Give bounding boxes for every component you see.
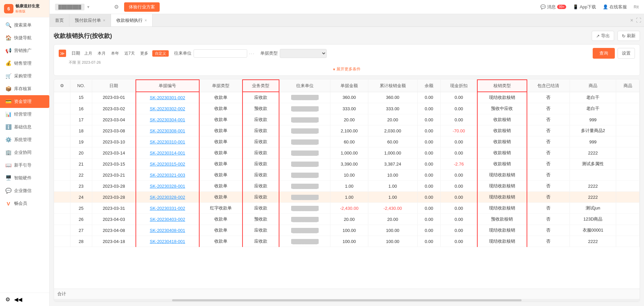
table-footer: 合计 [54, 289, 640, 299]
voucher-no-link[interactable]: SK-20230328-002 [150, 195, 185, 200]
voucher-type-select[interactable] [280, 49, 327, 58]
cell-voucher-no[interactable]: SK-20230328-001 [136, 181, 199, 192]
date-7days[interactable]: 近7天 [122, 50, 137, 57]
sidebar-item-enterprise[interactable]: 🏢 企业协同 [0, 146, 49, 159]
cell-balance: 0.00 [417, 181, 441, 192]
scrollbar-thumb[interactable] [172, 299, 522, 301]
voucher-no-link[interactable]: SK-20230418-001 [150, 239, 185, 244]
cell-cancel-amount: 1.00 [368, 181, 417, 192]
cell-voucher-no[interactable]: SK-20230321-003 [136, 170, 199, 181]
cell-voucher-no[interactable]: SK-20230302-002 [136, 103, 199, 114]
sidebar-item-finance[interactable]: 💳 资金管理 [0, 95, 49, 108]
voucher-no-link[interactable]: SK-20230321-003 [150, 173, 185, 178]
cell-voucher-no[interactable]: SK-20230304-001 [136, 114, 199, 125]
table-row: 21 2023-03-15 SK-20230315-002 收款单 应收款 ██… [54, 159, 640, 170]
settings-icon[interactable]: ⚙ [5, 296, 10, 303]
settings-gear-icon[interactable]: ⚙ [114, 4, 119, 10]
voucher-no-link[interactable]: SK-20230310-001 [150, 139, 185, 144]
cell-include-settled: 否 [527, 225, 570, 236]
refresh-button[interactable]: ↻ 刷新 [618, 31, 640, 41]
partner-input[interactable] [194, 49, 247, 58]
sidebar-item-system[interactable]: ⚙️ 系统管理 [0, 133, 49, 146]
cell-voucher-no[interactable]: SK-20230408-001 [136, 225, 199, 236]
voucher-no-link[interactable]: SK-20230304-001 [150, 117, 185, 122]
voucher-no-link[interactable]: SK-20230302-002 [150, 106, 185, 111]
cell-partner: ████████ [279, 147, 330, 159]
cell-voucher-no[interactable]: SK-20230331-002 [136, 203, 199, 214]
tab-prepay-close-icon[interactable]: × [103, 18, 105, 23]
date-more[interactable]: 更多 [138, 50, 150, 57]
sidebar-item-basic[interactable]: ℹ️ 基础信息 [0, 121, 49, 133]
online-service-label: 在线客服 [609, 4, 627, 10]
collapse-icon[interactable]: ◀◀ [14, 296, 22, 303]
date-prev-month[interactable]: 上月 [82, 50, 94, 57]
voucher-no-link[interactable]: SK-20230328-001 [150, 184, 185, 189]
sidebar-item-marketing[interactable]: 📢 营销推广 [0, 44, 49, 57]
export-button[interactable]: ↗ 导出 [592, 31, 614, 41]
tab-collect-cancel[interactable]: 收款核销执行 × [111, 14, 153, 26]
online-service-button[interactable]: 👤 在线客服 [603, 4, 627, 10]
voucher-no-link[interactable]: SK-20230301-002 [150, 95, 185, 100]
voucher-no-link[interactable]: SK-20230314-001 [150, 150, 185, 156]
cell-cancel-type: 预收款核销 [477, 214, 527, 225]
date-this-month[interactable]: 本月 [96, 50, 108, 57]
page-header: 收款核销执行(按收款) ↗ 导出 ↻ 刷新 [54, 31, 640, 41]
app-download-button[interactable]: 📱 App下载 [573, 4, 596, 10]
cell-voucher-no[interactable]: SK-20230314-001 [136, 147, 199, 159]
app-download-label: App下载 [580, 4, 596, 10]
col-goods2: 商品 [616, 80, 640, 92]
cell-voucher-no[interactable]: SK-20230308-001 [136, 125, 199, 136]
voucher-no-link[interactable]: SK-20230408-001 [150, 228, 185, 233]
table-row: 24 2023-03-28 SK-20230328-002 收款单 应收款 ██… [54, 192, 640, 203]
sidebar-item-shortcut[interactable]: 🏠 快捷导航 [0, 32, 49, 44]
message-button[interactable]: 💬 消息 99+ [540, 4, 566, 10]
date-custom-button[interactable]: 自定义 [152, 50, 169, 57]
tab-expand-icon[interactable]: ⛶ [636, 17, 641, 23]
date-this-year[interactable]: 本年 [109, 50, 121, 57]
solution-button[interactable]: 体验行业方案 [124, 2, 160, 12]
table-container[interactable]: ⚙ NO. 日期 单据编号 单据类型 业务类型 往来单位 单据金额 累计核销金额… [54, 79, 640, 289]
cell-include-settled: 否 [527, 192, 570, 203]
voucher-no-link[interactable]: SK-20230315-002 [150, 162, 185, 167]
col-settings[interactable]: ⚙ [54, 80, 70, 92]
settings-button[interactable]: 设置 [618, 48, 635, 59]
cell-cash-discount: 0.00 [441, 170, 477, 181]
cell-voucher-no[interactable]: SK-20230301-002 [136, 92, 199, 103]
cell-voucher-no[interactable]: SK-20230315-002 [136, 159, 199, 170]
cell-voucher-no[interactable]: SK-20230418-001 [136, 236, 199, 247]
cell-cash-discount: -2.76 [441, 159, 477, 170]
expand-more-button[interactable]: ▾ 展开更多条件 [59, 66, 635, 72]
filter-toggle-btn[interactable]: ≫ [59, 50, 66, 57]
cell-partner: ████████ [279, 181, 330, 192]
sidebar-item-member[interactable]: V 畅会员 [0, 197, 49, 210]
sidebar-item-guide[interactable]: 📖 新手引导 [0, 159, 49, 172]
sidebar-item-hardware[interactable]: 🖥️ 智能硬件 [0, 172, 49, 184]
cell-goods2 [616, 170, 640, 181]
sidebar-label-finance: 资金管理 [14, 99, 32, 105]
tab-prepay-receivable[interactable]: 预付款应付单 × [69, 14, 111, 26]
brand-selector[interactable]: ████████ [55, 4, 85, 10]
sidebar-item-wechat[interactable]: 💬 企业微信 [0, 184, 49, 197]
cell-date: 2023-04-08 [92, 225, 136, 236]
sidebar-item-purchase[interactable]: 🛒 采购管理 [0, 70, 49, 82]
cell-voucher-no[interactable]: SK-20230403-002 [136, 214, 199, 225]
sidebar-item-sales[interactable]: 💰 销售管理 [0, 57, 49, 70]
sidebar-item-search[interactable]: 🔍 搜索菜单 [0, 19, 49, 32]
filter-bar: ≫ 日期 上月 本月 本年 近7天 更多 自定义 往来单位 ··· [54, 44, 640, 76]
voucher-no-link[interactable]: SK-20230331-002 [150, 206, 185, 211]
voucher-no-link[interactable]: SK-20230308-001 [150, 128, 185, 133]
voucher-no-link[interactable]: SK-20230403-002 [150, 217, 185, 222]
cell-voucher-no[interactable]: SK-20230310-001 [136, 136, 199, 147]
tab-home[interactable]: 首页 [50, 14, 69, 26]
cell-settings [54, 136, 70, 147]
cell-partner: ████████ [279, 103, 330, 114]
tab-close-all-icon[interactable]: × [630, 17, 633, 23]
cell-voucher-no[interactable]: SK-20230328-002 [136, 192, 199, 203]
query-button[interactable]: 查询 [593, 48, 615, 59]
horizontal-scrollbar[interactable] [54, 299, 640, 302]
tab-collect-close-icon[interactable]: × [145, 18, 147, 23]
sidebar-item-inventory[interactable]: 📦 库存核算 [0, 82, 49, 95]
brand-dropdown-icon[interactable]: ▾ [87, 4, 90, 9]
cell-balance: 0.00 [417, 159, 441, 170]
sidebar-item-operation[interactable]: 📊 经营管理 [0, 108, 49, 121]
